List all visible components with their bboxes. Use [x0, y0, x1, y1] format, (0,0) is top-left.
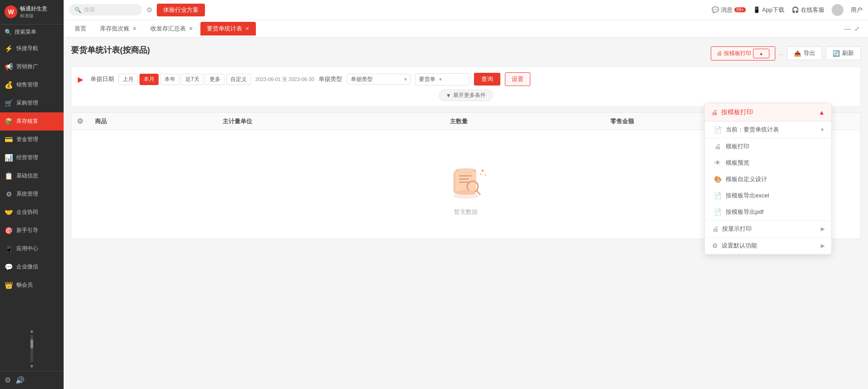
- expand-conditions-btn[interactable]: ▼ 展开更多条件: [439, 90, 493, 101]
- scroll-down-btn[interactable]: ▼: [30, 364, 35, 369]
- svg-rect-3: [459, 175, 472, 177]
- date-btn-more[interactable]: 更多: [205, 74, 224, 85]
- sidebar-item-jichu[interactable]: 📋基础信息: [0, 167, 64, 185]
- trial-btn[interactable]: 体验行业方案: [157, 4, 205, 16]
- export-excel-label: 按模板导出excel: [726, 192, 769, 200]
- messages-btn[interactable]: 💬 消息 99+: [712, 6, 746, 14]
- online-service-label: 在线客服: [801, 6, 824, 14]
- tab-yaohuo[interactable]: 要货单统计表 ✕: [200, 22, 256, 35]
- sidebar-item-yingyong[interactable]: 📱应用中心: [0, 240, 64, 258]
- sidebar-search[interactable]: 🔍 搜索菜单: [0, 25, 64, 40]
- messages-badge: 99+: [734, 7, 746, 12]
- refresh-btn[interactable]: 🔄 刷新: [826, 46, 861, 60]
- settings-btn[interactable]: ⚙: [5, 376, 11, 384]
- nav-label-kuaijie: 快捷导航: [16, 45, 38, 52]
- sidebar: W 畅通好生意 标准版 🔍 搜索菜单 ⚡快捷导航📢营销推广💰销售管理🛒采购管理📦…: [0, 0, 64, 389]
- download-icon: 📱: [753, 6, 760, 13]
- user-avatar[interactable]: [832, 4, 843, 16]
- date-filter-label: 单据日期: [90, 75, 114, 83]
- nav-icon-weixin: 💬: [5, 263, 13, 271]
- dropdown-title: 按模板打印: [721, 108, 753, 116]
- date-btn-this-month[interactable]: 本月: [140, 74, 159, 85]
- dropdown-item-template-preview[interactable]: 👁 模板预览: [705, 155, 831, 171]
- service-icon: 🎧: [792, 6, 799, 13]
- nav-icon-caigou: 🛒: [5, 99, 13, 107]
- print-dropdown-arrow: ▲: [753, 49, 769, 58]
- sidebar-item-weixin[interactable]: 💬企业微信: [0, 258, 64, 276]
- nav-icon-qiye: 🤝: [5, 208, 13, 217]
- sidebar-item-huiyuan[interactable]: 👑畅会员: [0, 276, 64, 294]
- tabs-bar: 首页 库存批次账 ✕ 收发存汇总表 ✕ 要货单统计表 ✕ — ⤢: [64, 20, 868, 37]
- window-minimize-btn[interactable]: —: [844, 25, 851, 32]
- filter-expand-icon[interactable]: ▶: [78, 75, 83, 84]
- nav-icon-jichu: 📋: [5, 172, 13, 180]
- current-template-arrow: ▼: [820, 127, 825, 132]
- main-wrap: 🔍 搜索 ⚙ 体验行业方案 💬 消息 99+ 📱 App下载 🎧 在线客服 用户: [64, 0, 868, 389]
- sidebar-nav: ⚡快捷导航📢营销推广💰销售管理🛒采购管理📦库存核算💳资金管理📊经营管理📋基础信息…: [0, 40, 64, 326]
- tab-shoufahuizong[interactable]: 收发存汇总表 ✕: [144, 22, 200, 35]
- query-btn[interactable]: 查询: [474, 73, 500, 86]
- sidebar-item-zijin[interactable]: 💳资金管理: [0, 131, 64, 149]
- display-print-arrow: ▶: [821, 226, 825, 232]
- tab-kucunpici[interactable]: 库存批次账 ✕: [94, 22, 143, 35]
- date-btn-this-year[interactable]: 本年: [160, 74, 180, 85]
- settings-btn[interactable]: 设置: [505, 72, 530, 86]
- topbar-search[interactable]: 🔍 搜索: [69, 4, 142, 15]
- tab-shoufahuizong-close[interactable]: ✕: [189, 25, 193, 32]
- online-service-btn[interactable]: 🎧 在线客服: [792, 6, 824, 14]
- dropdown-group-display-print[interactable]: 🖨 按显示打印 ▶: [705, 221, 831, 237]
- dropdown-item-template-design[interactable]: 🎨 模板自定义设计: [705, 171, 831, 187]
- sidebar-item-kucun[interactable]: 📦库存核算: [0, 112, 64, 131]
- dropdown-current-section: 📄 当前：要货单统计表 ▼: [705, 121, 831, 138]
- template-design-label: 模板自定义设计: [726, 175, 767, 183]
- sidebar-item-kuaijie[interactable]: ⚡快捷导航: [0, 40, 64, 58]
- dots-btn[interactable]: ...: [779, 50, 783, 56]
- dropdown-item-export-pdf[interactable]: 📄 按模板导出pdf: [705, 204, 831, 220]
- set-default-icon: ⚙: [712, 242, 718, 249]
- date-btn-last-month[interactable]: 上月: [119, 74, 138, 85]
- export-btn[interactable]: 📤 导出: [787, 46, 822, 60]
- dropdown-print-icon: 🖨: [711, 109, 718, 116]
- current-template-item[interactable]: 📄 当前：要货单统计表 ▼: [705, 121, 831, 138]
- print-dropdown: 🖨 按模板打印 ▲ 📄 当前：要货单统计表 ▼ 🖨 模板打印: [704, 103, 832, 255]
- dropdown-item-export-excel[interactable]: 📄 按模板导出excel: [705, 187, 831, 204]
- type-select[interactable]: 单据类型: [347, 74, 410, 85]
- app-download-btn[interactable]: 📱 App下载: [753, 6, 784, 14]
- set-default-label: 设置默认功能: [722, 242, 757, 250]
- dropdown-item-template-print[interactable]: 🖨 模板打印: [705, 138, 831, 155]
- sidebar-item-qiye[interactable]: 🤝企业协同: [0, 203, 64, 222]
- current-template-label: 当前：要货单统计表: [726, 126, 779, 134]
- table-settings-icon[interactable]: ⚙: [77, 117, 83, 125]
- nav-icon-kuaijie: ⚡: [5, 45, 13, 53]
- date-btn-custom[interactable]: 自定义: [226, 74, 251, 85]
- nav-label-kucun: 库存核算: [16, 117, 38, 125]
- export-pdf-icon: 📄: [714, 208, 721, 216]
- sound-btn[interactable]: 🔊: [15, 376, 25, 384]
- tab-home[interactable]: 首页: [68, 22, 93, 35]
- tab-yaohuo-close[interactable]: ✕: [245, 25, 249, 32]
- sidebar-item-caigou[interactable]: 🛒采购管理: [0, 94, 64, 112]
- scroll-up-btn[interactable]: ▲: [30, 328, 35, 333]
- sidebar-item-jingying[interactable]: 📊经营管理: [0, 149, 64, 167]
- template-print-label: 模板打印: [726, 142, 749, 151]
- logo-icon: W: [5, 5, 17, 18]
- window-maximize-btn[interactable]: ⤢: [854, 25, 860, 32]
- sidebar-item-yingxiao[interactable]: 📢营销推广: [0, 58, 64, 76]
- dropdown-group-set-default[interactable]: ⚙ 设置默认功能 ▶: [705, 237, 831, 254]
- col-unit: 主计量单位: [217, 113, 444, 130]
- dropdown-collapse-icon[interactable]: ▲: [818, 109, 825, 116]
- topbar-gear-icon[interactable]: ⚙: [146, 6, 152, 14]
- nav-label-zijin: 资金管理: [16, 136, 38, 143]
- sidebar-item-xiaoshou[interactable]: 💰销售管理: [0, 76, 64, 94]
- sidebar-item-xitong[interactable]: ⚙系统管理: [0, 185, 64, 203]
- nav-label-xitong: 系统管理: [16, 190, 38, 198]
- sidebar-item-xinshou[interactable]: 🎯新手引导: [0, 222, 64, 240]
- topbar-search-icon: 🔍: [75, 7, 81, 13]
- date-btn-7days[interactable]: 近7天: [181, 74, 204, 85]
- dropdown-header[interactable]: 🖨 按模板打印 ▲: [705, 104, 831, 121]
- print-template-btn[interactable]: 🖨 按模板打印 ▲: [711, 46, 775, 61]
- app-version: 标准版: [20, 13, 47, 19]
- page-title: 要货单统计表(按商品): [71, 45, 150, 56]
- tab-kucunpici-close[interactable]: ✕: [132, 25, 137, 32]
- yaohuo-field[interactable]: 要货单 ▼: [415, 73, 469, 86]
